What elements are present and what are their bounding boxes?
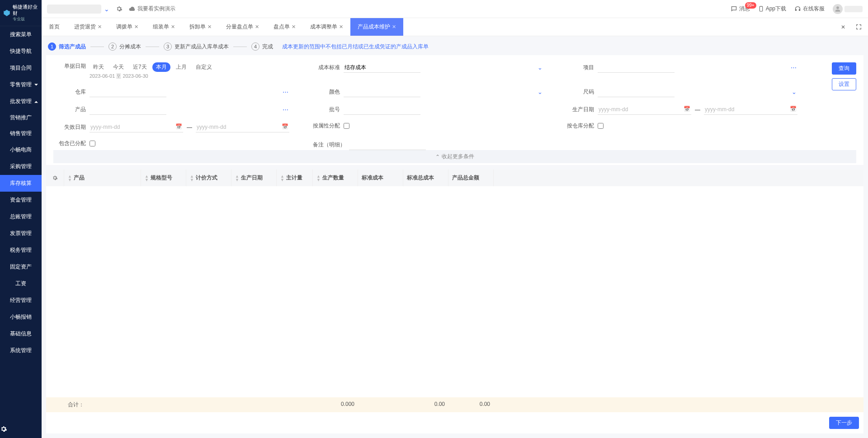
date-pill[interactable]: 今天 [109,62,127,72]
settings-button[interactable]: 设置 [832,78,856,90]
more-icon[interactable]: ⋯ [283,106,288,113]
close-icon[interactable]: ✕ [98,24,102,30]
sidebar-item[interactable]: 发票管理 [0,225,42,242]
customer-service-button[interactable]: 在线客服 [794,5,825,13]
step[interactable]: 1筛选产成品 [48,42,86,51]
close-icon[interactable]: ✕ [255,24,259,30]
sidebar-item[interactable]: 采购管理 [0,158,42,175]
by-wh-checkbox[interactable] [598,123,604,129]
column-header[interactable]: ▲▼产品 [64,170,141,186]
query-button[interactable]: 查询 [832,62,856,75]
tab-close-all-button[interactable]: ✕ [837,21,849,33]
column-header[interactable]: ▲▼生产日期 [231,170,277,186]
tab[interactable]: 拆卸单✕ [182,18,219,36]
org-selector[interactable]: ⌄ [47,5,109,14]
tab[interactable]: 盘点单✕ [266,18,303,36]
fullscreen-button[interactable] [853,21,864,33]
calendar-icon[interactable]: 📅 [790,106,797,112]
expire-date-from[interactable] [90,122,183,132]
sidebar-item[interactable]: 销售管理 [0,126,42,141]
close-icon[interactable]: ✕ [339,24,343,30]
total-std: 0.00 [403,397,448,412]
project-input[interactable] [598,62,675,73]
sidebar-item[interactable]: 营销推广 [0,110,42,126]
sidebar-item[interactable]: 零售管理 [0,76,42,93]
column-settings[interactable] [46,170,64,186]
close-icon[interactable]: ✕ [134,24,138,30]
calendar-icon[interactable]: 📅 [175,123,182,130]
app-download-button[interactable]: App下载 [758,5,786,13]
size-select[interactable] [598,87,675,97]
sidebar-item[interactable]: 小畅报销 [0,309,42,325]
date-pill[interactable]: 昨天 [90,62,108,72]
date-pill[interactable]: 近7天 [129,62,151,72]
date-pill[interactable]: 上月 [172,62,190,72]
gear-icon[interactable] [116,5,123,12]
tab[interactable]: 调拨单✕ [109,18,146,36]
sidebar-item[interactable]: 批发管理 [0,93,42,110]
expire-date-to[interactable] [196,122,289,132]
sidebar-item[interactable]: 项目合同 [0,60,42,76]
column-header[interactable]: ▲▼规格型号 [141,170,186,186]
sidebar-item[interactable]: 固定资产 [0,259,42,275]
product-input[interactable] [90,104,166,115]
column-header[interactable]: ▲▼计价方式 [186,170,231,186]
column-header[interactable]: ▲▼生产数量 [313,170,358,186]
close-icon[interactable]: ✕ [392,24,396,30]
sidebar-item[interactable]: 搜索菜单 [0,26,42,43]
remark-input[interactable] [349,140,426,150]
date-pill[interactable]: 本月 [152,62,170,72]
by-attr-checkbox[interactable] [344,123,349,129]
sidebar-item[interactable]: 资金管理 [0,192,42,208]
chevron-down-icon[interactable]: ⌄ [538,64,542,71]
close-icon[interactable]: ✕ [292,24,296,30]
user-menu[interactable] [833,4,863,14]
chevron-down-icon: ⌄ [104,5,109,13]
date-pill[interactable]: 自定义 [192,62,216,72]
column-header[interactable]: 产品总金额 [448,170,494,186]
topbar: ⌄ 我要看实例演示 消息 99+ [42,0,868,18]
chevron-down-icon[interactable]: ⌄ [538,89,542,95]
step[interactable]: 4完成 [251,42,273,51]
more-icon[interactable]: ⋯ [791,64,797,71]
sidebar-item[interactable]: 经营管理 [0,292,42,309]
calendar-icon[interactable]: 📅 [282,123,288,130]
batch-input[interactable] [344,104,420,115]
sidebar-item[interactable]: 税务管理 [0,242,42,259]
chevron-down-icon[interactable]: ⌄ [792,89,797,95]
column-header[interactable]: 标准总成本 [403,170,448,186]
sidebar-item[interactable]: 库存核算 [0,175,42,192]
sidebar-settings[interactable] [0,420,42,438]
prod-date-from[interactable] [598,104,691,115]
messages-button[interactable]: 消息 99+ [731,5,750,13]
more-icon[interactable]: ⋯ [283,89,288,95]
demo-link[interactable]: 我要看实例演示 [129,5,175,13]
prod-date-to[interactable] [704,104,797,115]
sidebar-item[interactable]: 基础信息 [0,325,42,342]
tab[interactable]: 产品成本维护✕ [350,18,403,36]
tab[interactable]: 成本调整单✕ [303,18,350,36]
step[interactable]: 2分摊成本 [108,42,141,51]
color-select[interactable] [344,87,420,97]
calendar-icon[interactable]: 📅 [684,106,690,112]
warehouse-input[interactable] [90,87,166,97]
sidebar-item[interactable]: 系统管理 [0,342,42,359]
column-header[interactable]: 标准成本 [358,170,403,186]
tab[interactable]: 首页 [42,18,67,36]
column-header[interactable]: ▲▼主计量 [277,170,313,186]
close-icon[interactable]: ✕ [208,24,212,30]
label-expire: 失效日期 [53,123,86,131]
step[interactable]: 3更新产成品入库单成本 [164,42,229,51]
close-icon[interactable]: ✕ [171,24,175,30]
collapse-toggle[interactable]: ⌃ 收起更多条件 [53,150,856,163]
tab[interactable]: 组装单✕ [146,18,182,36]
sidebar-item[interactable]: 小畅电商 [0,141,42,158]
sidebar-item[interactable]: 快捷导航 [0,43,42,60]
sidebar-item[interactable]: 工资 [0,275,42,292]
tab[interactable]: 进货退货✕ [67,18,109,36]
cost-std-select[interactable] [344,62,420,73]
include-checkbox[interactable] [90,141,95,146]
tab[interactable]: 分量盘点单✕ [219,18,266,36]
next-button[interactable]: 下一步 [829,417,859,429]
sidebar-item[interactable]: 总账管理 [0,208,42,225]
